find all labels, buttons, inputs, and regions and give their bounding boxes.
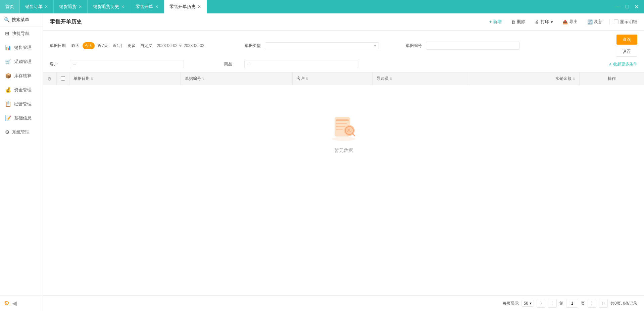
doc-type-dropdown-icon: ▾ (374, 44, 376, 48)
close-tab-sales-return-history[interactable]: ✕ (121, 4, 125, 9)
sidebar-item-label-basic: 基础信息 (14, 115, 32, 121)
filter-row-date: 单据日期 昨天 今天 近7天 近1月 更多 自定义 2023-06-02 至 2… (50, 35, 637, 57)
page-header: 零售开单历史 + 新增 🗑 删除 🖨 打印 ▾ 📤 导出 (43, 13, 644, 31)
goto-label: 第 (559, 301, 563, 306)
query-button[interactable]: 查询 (616, 35, 637, 45)
sidebar-item-sys-mgmt[interactable]: ⚙ 系统管理 (0, 125, 43, 139)
tab-retail-history[interactable]: 零售开单历史 ✕ (164, 0, 207, 13)
show-detail-checkbox[interactable] (614, 19, 618, 24)
print-button[interactable]: 🖨 打印 ▾ (532, 17, 556, 26)
tab-sales-return-history[interactable]: 销货退货历史 ✕ (88, 0, 130, 13)
sidebar-item-purchase-mgmt[interactable]: 🛒 采购管理 (0, 55, 43, 69)
sidebar-item-basic-info[interactable]: 📝 基础信息 (0, 111, 43, 125)
sys-icon: ⚙ (5, 129, 9, 135)
refresh-label: 刷新 (594, 19, 603, 25)
tab-home[interactable]: 首页 (0, 0, 20, 13)
sidebar-item-sales-mgmt[interactable]: 📊 销售管理 (0, 41, 43, 55)
date-more[interactable]: 更多 (126, 42, 137, 49)
sidebar-item-label-quick-nav: 快捷导航 (12, 31, 30, 37)
date-last1m[interactable]: 近1月 (111, 42, 125, 49)
prev-page-button[interactable]: ⟨ (548, 299, 557, 308)
empty-text: 暂无数据 (334, 148, 353, 154)
column-settings-icon[interactable]: ⚙ (47, 76, 52, 82)
close-button[interactable]: ✕ (632, 4, 641, 10)
minimize-button[interactable]: — (612, 4, 623, 10)
sidebar-item-label-inventory: 库存核算 (14, 73, 32, 79)
refresh-button[interactable]: 🔄 刷新 (585, 17, 605, 26)
maximize-button[interactable]: □ (623, 4, 632, 10)
date-yesterday[interactable]: 昨天 (70, 42, 81, 49)
tab-retail-open[interactable]: 零售开单 ✕ (130, 0, 164, 13)
date-custom[interactable]: 自定义 (139, 42, 154, 49)
svg-rect-5 (336, 129, 343, 130)
collapse-sidebar-icon[interactable]: ◀ (12, 300, 17, 307)
sidebar-search[interactable]: 🔍 搜索菜单 (0, 13, 43, 27)
total-info: 共0页, 0条记录 (610, 301, 637, 306)
settings-icon[interactable]: ⚙ (4, 300, 9, 307)
print-icon: 🖨 (535, 19, 539, 24)
doc-number-label: 单据编号 (406, 43, 426, 49)
date-last7[interactable]: 近7天 (96, 42, 110, 49)
col-salesperson: 导购员 ⇅ (372, 72, 468, 85)
date-filter-label: 单据日期 (50, 43, 70, 49)
close-tab-retail-open[interactable]: ✕ (155, 4, 158, 9)
col-customer: 客户 ⇅ (292, 72, 372, 85)
select-all-checkbox[interactable] (61, 76, 65, 81)
page-size-select[interactable]: 50 ▾ (522, 300, 534, 307)
delete-label: 删除 (517, 19, 526, 25)
sidebar-item-inventory[interactable]: 📦 库存核算 (0, 69, 43, 83)
page-number-input[interactable] (566, 299, 578, 308)
doc-type-select[interactable]: ▾ (265, 42, 379, 49)
refresh-icon: 🔄 (587, 19, 593, 24)
last-page-button[interactable]: ⟩⟩ (599, 299, 608, 308)
customer-select[interactable]: ··· (70, 60, 184, 68)
col-ops: 操作 (580, 72, 644, 85)
sidebar-item-label-ops: 经营管理 (14, 101, 32, 107)
table-header-row: ⚙ 单据日期 ⇅ 单据编号 (43, 72, 644, 85)
close-tab-retail-history[interactable]: ✕ (198, 4, 201, 9)
sidebar: 🔍 搜索菜单 ⊞ 快捷导航 📊 销售管理 🛒 采购管理 📦 库存核算 💰 资金管… (0, 13, 43, 311)
collapse-filter-button[interactable]: ∧ 收起更多条件 (609, 61, 637, 68)
next-page-button[interactable]: ⟩ (588, 299, 596, 308)
header-actions: + 新增 🗑 删除 🖨 打印 ▾ 📤 导出 🔄 刷新 (487, 17, 637, 26)
col-customer-sort-icon[interactable]: ⇅ (306, 77, 308, 81)
col-amount-label: 实销金额 (555, 76, 572, 82)
doc-number-input[interactable] (426, 42, 520, 50)
show-detail-toggle[interactable]: 显示明细 (614, 19, 637, 25)
settings-button[interactable]: 设置 (616, 47, 637, 57)
date-today[interactable]: 今天 (83, 42, 95, 49)
goods-filter: 商品 ··· (224, 60, 358, 68)
tab-sales-return[interactable]: 销货退货 ✕ (54, 0, 88, 13)
export-button[interactable]: 📤 导出 (560, 17, 581, 26)
first-page-button[interactable]: ⟨⟨ (537, 299, 545, 308)
col-amount: 实销金额 ⇅ (468, 72, 580, 85)
sidebar-item-label-sales: 销售管理 (14, 45, 32, 51)
sidebar-item-finance-mgmt[interactable]: 💰 资金管理 (0, 83, 43, 97)
page-size-dropdown-icon: ▾ (530, 301, 532, 306)
col-amount-sort-icon[interactable]: ⇅ (573, 77, 575, 81)
sidebar-item-quick-nav[interactable]: ⊞ 快捷导航 (0, 27, 43, 41)
col-gear: ⚙ (43, 72, 56, 85)
col-number-sort-icon[interactable]: ⇅ (202, 77, 205, 81)
col-salesperson-sort-icon[interactable]: ⇅ (390, 77, 392, 81)
window-controls: — □ ✕ (612, 4, 644, 10)
finance-icon: 💰 (5, 87, 11, 93)
sales-icon: 📊 (5, 45, 11, 51)
sidebar-item-label-sys: 系统管理 (12, 129, 30, 135)
col-ops-label: 操作 (608, 76, 616, 81)
close-tab-sales-order[interactable]: ✕ (45, 4, 48, 9)
goods-select[interactable]: ··· (244, 60, 358, 68)
add-button[interactable]: + 新增 (487, 17, 504, 26)
tab-sales-order[interactable]: 销售订单 ✕ (20, 0, 54, 13)
delete-button[interactable]: 🗑 删除 (508, 17, 528, 26)
col-date-sort-icon[interactable]: ⇅ (91, 77, 93, 81)
col-customer-label: 客户 (297, 76, 305, 82)
main-layout: 🔍 搜索菜单 ⊞ 快捷导航 📊 销售管理 🛒 采购管理 📦 库存核算 💰 资金管… (0, 13, 644, 311)
svg-rect-3 (336, 123, 347, 124)
svg-point-9 (348, 129, 350, 131)
goods-label: 商品 (224, 61, 244, 67)
filter-row-customer: 客户 ··· 商品 ··· ∧ 收起更多条件 (50, 60, 637, 68)
empty-icon (329, 112, 359, 142)
sidebar-item-ops-mgmt[interactable]: 📋 经营管理 (0, 97, 43, 111)
close-tab-sales-return[interactable]: ✕ (79, 4, 82, 9)
